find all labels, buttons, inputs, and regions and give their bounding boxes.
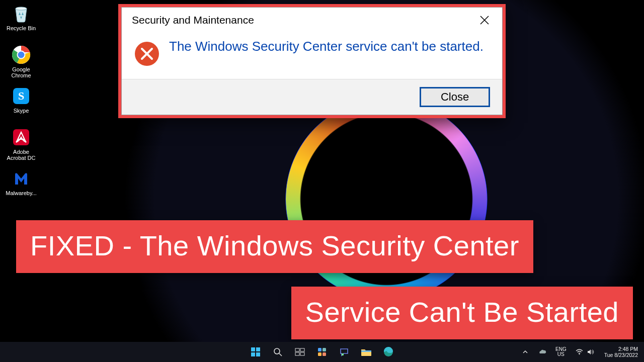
svg-point-12 xyxy=(274,348,280,354)
svg-rect-13 xyxy=(295,348,299,351)
dialog-message: The Windows Security Center service can'… xyxy=(160,38,489,55)
svg-rect-9 xyxy=(256,347,260,351)
widgets-icon xyxy=(317,347,327,357)
titlebar-close-button[interactable] xyxy=(473,10,496,30)
svg-rect-18 xyxy=(323,348,326,351)
taskbar-explorer-button[interactable] xyxy=(356,342,376,362)
svg-rect-8 xyxy=(251,347,255,351)
dialog-title: Security and Maintenance xyxy=(132,14,254,26)
dialog-body: The Windows Security Center service can'… xyxy=(122,33,502,79)
taskbar-clock[interactable]: 2:48 PM Tue 8/23/2022 xyxy=(600,346,642,358)
svg-rect-16 xyxy=(300,352,304,355)
volume-icon xyxy=(587,349,594,355)
dialog-footer: Close xyxy=(122,79,502,115)
svg-rect-22 xyxy=(361,350,371,352)
overlay-caption-line2: Service Can't Be Started xyxy=(291,287,633,339)
language-indicator[interactable]: ENG US xyxy=(552,347,570,357)
taskbar-edge-button[interactable] xyxy=(378,342,398,362)
taskbar-chat-button[interactable] xyxy=(334,342,354,362)
taskbar-center xyxy=(246,342,398,362)
file-explorer-icon xyxy=(361,347,372,356)
svg-point-0 xyxy=(16,7,27,10)
taskbar-right: ENG US 2:48 PM Tue 8/23/2022 xyxy=(518,342,644,362)
svg-rect-20 xyxy=(323,352,326,356)
desktop-icon-label: Malwareby... xyxy=(6,190,37,196)
tray-overflow-button[interactable] xyxy=(518,342,532,362)
task-view-icon xyxy=(295,348,305,356)
desktop-icon-label: Google Chrome xyxy=(3,66,39,78)
svg-point-24 xyxy=(579,354,580,355)
desktop-icons-column: Recycle Bin Google Chrome S Skype xyxy=(2,1,40,207)
close-icon xyxy=(479,15,490,26)
system-tray[interactable] xyxy=(573,349,597,355)
taskbar-widgets-button[interactable] xyxy=(312,342,332,362)
malwarebytes-icon xyxy=(11,168,32,189)
svg-rect-10 xyxy=(251,352,255,356)
svg-rect-11 xyxy=(256,352,260,356)
dialog-titlebar[interactable]: Security and Maintenance xyxy=(122,8,502,33)
taskbar-task-view-button[interactable] xyxy=(290,342,310,362)
security-maintenance-dialog: Security and Maintenance The Windows Sec… xyxy=(121,7,503,115)
chrome-icon xyxy=(11,44,32,65)
clock-time: 2:48 PM xyxy=(604,346,638,352)
chevron-up-icon xyxy=(522,349,528,355)
chat-icon xyxy=(339,347,349,357)
onedrive-icon[interactable] xyxy=(538,349,546,355)
taskbar-search-button[interactable] xyxy=(268,342,288,362)
svg-rect-14 xyxy=(300,348,304,351)
acrobat-icon xyxy=(11,127,32,148)
search-icon xyxy=(273,347,282,356)
svg-point-3 xyxy=(18,52,25,58)
desktop-icon-label: Skype xyxy=(14,108,29,114)
svg-point-21 xyxy=(342,353,344,355)
tray-icons xyxy=(535,349,549,355)
desktop-icon-skype[interactable]: S Skype xyxy=(2,83,40,125)
desktop-icon-malwarebytes[interactable]: Malwareby... xyxy=(2,166,40,207)
error-icon xyxy=(134,41,160,67)
clock-date: Tue 8/23/2022 xyxy=(604,352,638,358)
skype-icon: S xyxy=(11,85,32,107)
svg-rect-15 xyxy=(295,352,299,355)
desktop-icon-label: Recycle Bin xyxy=(7,25,36,31)
taskbar: ENG US 2:48 PM Tue 8/23/2022 xyxy=(0,342,644,362)
svg-rect-17 xyxy=(318,348,321,351)
dialog-highlight-border: Security and Maintenance The Windows Sec… xyxy=(118,4,506,118)
wifi-icon xyxy=(576,349,583,355)
desktop-icon-adobe-acrobat[interactable]: Adobe Acrobat DC xyxy=(2,125,40,166)
desktop-icon-recycle-bin[interactable]: Recycle Bin xyxy=(2,1,40,42)
overlay-caption-line1: FIXED - The Windows Security Center xyxy=(16,220,533,273)
start-button[interactable] xyxy=(246,342,266,362)
lang-bottom: US xyxy=(555,352,567,357)
desktop-icon-label: Adobe Acrobat DC xyxy=(3,149,39,161)
desktop-icon-google-chrome[interactable]: Google Chrome xyxy=(2,42,40,83)
svg-text:S: S xyxy=(18,89,24,102)
windows-logo-icon xyxy=(251,347,261,357)
edge-icon xyxy=(383,347,393,357)
close-button[interactable]: Close xyxy=(420,87,490,107)
svg-rect-19 xyxy=(318,352,321,356)
recycle-bin-icon xyxy=(11,3,32,24)
